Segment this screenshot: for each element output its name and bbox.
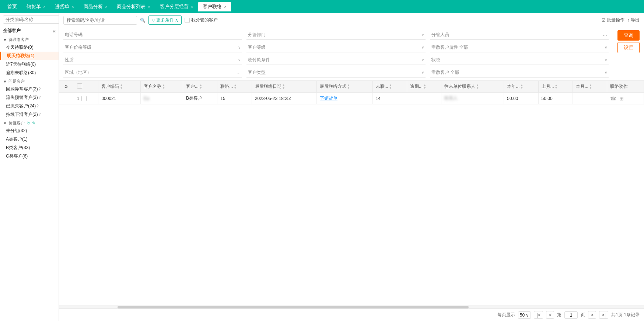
nav-product-analysis-close[interactable]: × [105, 4, 107, 9]
nav-customer-contact[interactable]: 客户联络 × [198, 2, 231, 11]
th-this-month-label: 本月... [576, 83, 588, 90]
filter-status-label: 状态 [431, 57, 457, 63]
last-method-link[interactable]: 下销货单 [320, 96, 337, 101]
bulk-op-icon: ☑ [602, 18, 606, 23]
nav-customer-tier-close[interactable]: × [191, 4, 193, 9]
bottom-scrollbar[interactable] [59, 306, 644, 308]
prev-page-button[interactable]: < [546, 311, 554, 319]
th-gear[interactable]: ⚙ [59, 81, 74, 93]
page-number-input[interactable] [564, 311, 578, 319]
th-this-month[interactable]: 本月... ▲▼ [573, 81, 607, 93]
scroll-thumb[interactable] [118, 306, 469, 308]
sidebar-group-value-edit[interactable]: ✎ [32, 121, 36, 126]
td-last-method[interactable]: 下销货单 [317, 93, 373, 104]
sidebar-item-today[interactable]: 今天待联络(0) [0, 43, 59, 52]
nav-sales[interactable]: 销货单 × [22, 2, 50, 11]
nav-product-analysis-list-close[interactable]: × [148, 4, 150, 9]
sidebar-item-overdue[interactable]: 逾期未联络(30) [0, 69, 59, 77]
search-input[interactable] [63, 16, 137, 25]
filter-payment-select[interactable]: ∨ [277, 58, 424, 62]
td-gear[interactable] [59, 93, 74, 104]
filter-manager-select[interactable]: ··· [460, 32, 607, 38]
first-page-button[interactable]: |< [534, 311, 543, 319]
th-contact[interactable]: 联络... ▲▼ [217, 81, 252, 93]
filter-price-level-select[interactable]: ∨ [94, 45, 241, 49]
sidebar-collapse-icon[interactable]: « [53, 28, 56, 34]
sidebar-item-a-type[interactable]: A类客户(1) [0, 135, 59, 144]
sidebar-item-churned[interactable]: 已流失客户(24) ? [0, 102, 59, 110]
th-last-method[interactable]: 最后联络方式 ▲▼ [317, 81, 373, 93]
filter-retail-customer-select[interactable]: ∨ [462, 70, 607, 75]
nav-customer-tier[interactable]: 客户分层经营 × [155, 2, 197, 11]
sidebar-group-value-refresh[interactable]: ↻ [27, 121, 31, 126]
bulk-op-button[interactable]: ☑ 批量操作 [602, 17, 624, 23]
th-last-month[interactable]: 上月... ▲▼ [538, 81, 573, 93]
filter-retail-attr-select[interactable]: ∨ [471, 45, 607, 49]
nav-product-analysis-list[interactable]: 商品分析列表 × [112, 2, 154, 11]
gear-icon[interactable]: ⚙ [64, 84, 68, 89]
help-icon-repurchase[interactable]: ? [39, 87, 41, 91]
sidebar-item-repurchase[interactable]: 回购异常客户(2) ? [0, 85, 59, 93]
nav-product-analysis[interactable]: 商品分析 × [79, 2, 112, 11]
filter-customer-type-select[interactable]: ∨ [277, 70, 424, 75]
sidebar-group-value[interactable]: ▼ 价值客户 ↻ ✎ [0, 119, 59, 127]
th-name[interactable]: 客户名称 ▲▼ [141, 81, 183, 93]
th-name-label: 客户名称 [144, 83, 161, 90]
sidebar-all-customers[interactable]: 全部客户 « [0, 26, 59, 35]
sidebar-item-ungrouped[interactable]: 未分组(32) [0, 127, 59, 135]
sidebar-search-input[interactable] [3, 15, 59, 24]
row-checkbox[interactable] [81, 96, 87, 101]
filter-nature-select[interactable]: ∨ [94, 58, 241, 62]
next-page-button[interactable]: > [588, 311, 596, 319]
sidebar-group-problem[interactable]: ▼ 问题客户 [0, 77, 59, 85]
filter-customer-level-select[interactable]: ∨ [277, 45, 424, 49]
phone-action-icon[interactable]: ☎ [610, 96, 616, 101]
nav-purchase[interactable]: 进货单 × [50, 2, 78, 11]
th-this-year[interactable]: 本年... ▲▼ [504, 81, 538, 93]
search-icon[interactable]: 🔍 [140, 18, 146, 23]
grid-action-icon[interactable]: ⊞ [619, 96, 624, 101]
th-type[interactable]: 客户... ▲▼ [183, 81, 217, 93]
sidebar-item-c-type[interactable]: C类客户(6) [0, 152, 59, 160]
th-uncontacted[interactable]: 未联... ▲▼ [372, 81, 407, 93]
query-button[interactable]: 查询 [617, 30, 640, 41]
help-icon-churn-warn[interactable]: ? [39, 96, 41, 100]
th-code[interactable]: 客户编码 ▲▼ [98, 81, 141, 93]
help-icon-declining[interactable]: ? [39, 113, 41, 117]
nav-home[interactable]: 首页 [3, 2, 21, 11]
th-uncontacted-label: 未联... [376, 83, 388, 90]
filter-region-select[interactable]: ··· [94, 70, 241, 76]
sidebar-group-pending[interactable]: ▼ 待联络客户 [0, 35, 59, 43]
my-customers-toggle[interactable]: 我分管的客户 [185, 17, 218, 23]
sidebar-item-churn-warn[interactable]: 流失预警客户(3) ? [0, 93, 59, 102]
td-checkbox[interactable]: 1 [74, 93, 98, 104]
th-name-sort: 客户名称 ▲▼ [144, 83, 165, 90]
help-icon-churned[interactable]: ? [36, 104, 39, 108]
filter-row-3: 性质 ∨ 收付款条件 ∨ [63, 55, 609, 65]
th-checkbox[interactable] [74, 81, 98, 93]
sidebar-item-week[interactable]: 近7天待联络(0) [0, 60, 59, 69]
filter-status-select[interactable]: ∨ [460, 58, 607, 62]
my-customers-checkbox[interactable] [185, 18, 190, 23]
last-page-button[interactable]: >| [599, 311, 608, 319]
filter-customer-level-arrow: ∨ [421, 45, 424, 49]
sidebar-group-problem-label: 问题客户 [8, 79, 25, 84]
filter-region-dots[interactable]: ··· [237, 70, 241, 76]
header-checkbox[interactable] [77, 83, 82, 89]
sidebar-item-declining[interactable]: 持续下滑客户(2) ? [0, 110, 59, 119]
filter-dept-select[interactable]: ∨ [277, 33, 424, 37]
sidebar-item-tomorrow[interactable]: 明天待联络(1) [0, 52, 59, 60]
set-button[interactable]: 设置 [617, 42, 640, 53]
more-filter-button[interactable]: ▽ 更多条件 ∧ [148, 15, 182, 25]
per-page-select[interactable]: 50 ∨ [518, 311, 531, 319]
sidebar-item-b-type[interactable]: B类客户(33) [0, 144, 59, 152]
th-overdue[interactable]: 逾期... ▲▼ [407, 81, 441, 93]
nav-customer-contact-close[interactable]: × [224, 4, 226, 9]
filter-manager-dots[interactable]: ··· [603, 32, 607, 38]
nav-purchase-close[interactable]: × [71, 4, 74, 9]
nav-sales-close[interactable]: × [43, 4, 45, 9]
th-last-date[interactable]: 最后联络日期 ▲▼ [252, 81, 316, 93]
th-unit-contact[interactable]: 往来单位联系人 ▲▼ [441, 81, 504, 93]
export-button[interactable]: ↑ 导出 [627, 17, 640, 23]
filter-dept-arrow: ∨ [421, 33, 424, 37]
